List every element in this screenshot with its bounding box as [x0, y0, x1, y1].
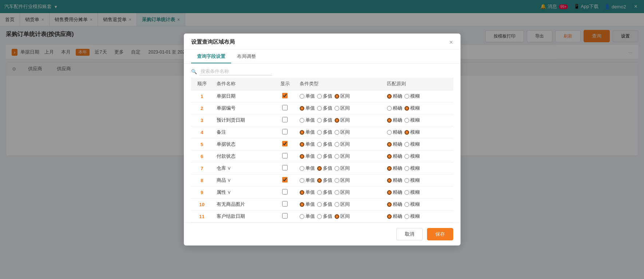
row-match-1: 精确模糊	[383, 90, 453, 102]
show-checkbox-3[interactable]	[282, 117, 288, 122]
col-match: 匹配原则	[383, 78, 453, 90]
type-option-区间[interactable]: 区间	[335, 117, 350, 123]
col-name: 条件名称	[213, 78, 274, 90]
match-option-精确[interactable]: 精确	[387, 105, 402, 111]
tab-query-fields[interactable]: 查询字段设置	[191, 50, 231, 63]
type-option-多值[interactable]: 多值	[317, 105, 332, 111]
row-type-6: 单值多值区间	[296, 150, 383, 160]
row-type-1: 单值多值区间	[296, 90, 383, 102]
row-show-2[interactable]	[274, 102, 296, 114]
row-name-5: 单据状态	[213, 138, 274, 150]
row-type-2: 单值多值区间	[296, 102, 383, 114]
search-input[interactable]	[199, 67, 272, 75]
row-show-6[interactable]	[274, 150, 296, 160]
row-match-6: 精确模糊	[383, 150, 453, 160]
row-num-3: 3	[191, 114, 213, 126]
show-checkbox-1[interactable]	[282, 93, 288, 98]
show-checkbox-2[interactable]	[282, 105, 288, 110]
row-num-1: 1	[191, 90, 213, 102]
type-option-单值[interactable]: 单值	[300, 117, 315, 123]
conditions-table: 顺序 条件名称 显示 条件类型 匹配原则 1单据日期单值多值区间精确模糊2单据编…	[191, 78, 453, 160]
match-option-模糊[interactable]: 模糊	[404, 105, 420, 111]
show-checkbox-5[interactable]	[282, 141, 288, 146]
row-name-3: 预计到货日期	[213, 114, 274, 126]
match-option-模糊[interactable]: 模糊	[404, 129, 420, 135]
table-row: 5单据状态单值多值区间精确模糊	[191, 138, 453, 150]
type-option-单值[interactable]: 单值	[300, 93, 315, 99]
match-option-精确[interactable]: 精确	[387, 141, 402, 148]
dialog-title: 设置查询区域布局	[191, 39, 235, 46]
row-num-5: 5	[191, 138, 213, 150]
row-show-1[interactable]	[274, 90, 296, 102]
type-option-多值[interactable]: 多值	[317, 141, 332, 148]
row-type-4: 单值多值区间	[296, 126, 383, 138]
search-icon: 🔍	[191, 69, 197, 74]
type-option-多值[interactable]: 多值	[317, 117, 332, 123]
type-option-区间[interactable]: 区间	[335, 141, 350, 148]
type-option-单值[interactable]: 单值	[300, 129, 315, 135]
match-option-模糊[interactable]: 模糊	[404, 93, 420, 99]
row-match-4: 精确模糊	[383, 126, 453, 138]
row-name-4: 备注	[213, 126, 274, 138]
row-name-6: 付款状态	[213, 150, 274, 160]
type-option-区间[interactable]: 区间	[335, 153, 350, 160]
col-type: 条件类型	[296, 78, 383, 90]
row-match-5: 精确模糊	[383, 138, 453, 150]
dialog-close-btn[interactable]: ×	[449, 39, 453, 46]
row-type-5: 单值多值区间	[296, 138, 383, 150]
row-type-3: 单值多值区间	[296, 114, 383, 126]
table-row: 3预计到货日期单值多值区间精确模糊	[191, 114, 453, 126]
row-show-5[interactable]	[274, 138, 296, 150]
match-option-模糊[interactable]: 模糊	[404, 117, 420, 123]
type-option-区间[interactable]: 区间	[335, 105, 350, 111]
row-num-4: 4	[191, 126, 213, 138]
match-option-精确[interactable]: 精确	[387, 153, 402, 160]
table-row: 4备注单值多值区间精确模糊	[191, 126, 453, 138]
col-show: 显示	[274, 78, 296, 90]
type-option-区间[interactable]: 区间	[335, 129, 350, 135]
type-option-单值[interactable]: 单值	[300, 105, 315, 111]
table-row: 1单据日期单值多值区间精确模糊	[191, 90, 453, 102]
type-option-多值[interactable]: 多值	[317, 153, 332, 160]
dialog-header: 设置查询区域布局 ×	[184, 34, 461, 50]
match-option-精确[interactable]: 精确	[387, 93, 402, 99]
show-checkbox-6[interactable]	[282, 153, 288, 158]
type-option-单值[interactable]: 单值	[300, 141, 315, 148]
tab-layout[interactable]: 布局调整	[231, 50, 262, 63]
row-show-3[interactable]	[274, 114, 296, 126]
dialog-tabs: 查询字段设置 布局调整	[184, 50, 461, 64]
row-name-2: 单据编号	[213, 102, 274, 114]
type-option-多值[interactable]: 多值	[317, 129, 332, 135]
type-option-区间[interactable]: 区间	[335, 93, 350, 99]
row-match-3: 精确模糊	[383, 114, 453, 126]
match-option-精确[interactable]: 精确	[387, 117, 402, 123]
row-num-2: 2	[191, 102, 213, 114]
match-option-模糊[interactable]: 模糊	[404, 141, 420, 148]
type-option-多值[interactable]: 多值	[317, 93, 332, 99]
col-order: 顺序	[191, 78, 213, 90]
row-match-2: 精确模糊	[383, 102, 453, 114]
overlay: 设置查询区域布局 × 查询字段设置 布局调整 🔍 顺序 条件名称	[0, 0, 644, 160]
type-option-单值[interactable]: 单值	[300, 153, 315, 160]
row-name-1: 单据日期	[213, 90, 274, 102]
dialog-table-wrap: 顺序 条件名称 显示 条件类型 匹配原则 1单据日期单值多值区间精确模糊2单据编…	[184, 78, 461, 160]
show-checkbox-4[interactable]	[282, 129, 288, 134]
table-row: 2单据编号单值多值区间精确模糊	[191, 102, 453, 114]
search-area: 🔍	[184, 64, 461, 78]
match-option-精确[interactable]: 精确	[387, 129, 402, 135]
row-show-4[interactable]	[274, 126, 296, 138]
dialog: 设置查询区域布局 × 查询字段设置 布局调整 🔍 顺序 条件名称	[184, 34, 461, 160]
table-row: 6付款状态单值多值区间精确模糊	[191, 150, 453, 160]
row-num-6: 6	[191, 150, 213, 160]
match-option-模糊[interactable]: 模糊	[404, 153, 420, 160]
